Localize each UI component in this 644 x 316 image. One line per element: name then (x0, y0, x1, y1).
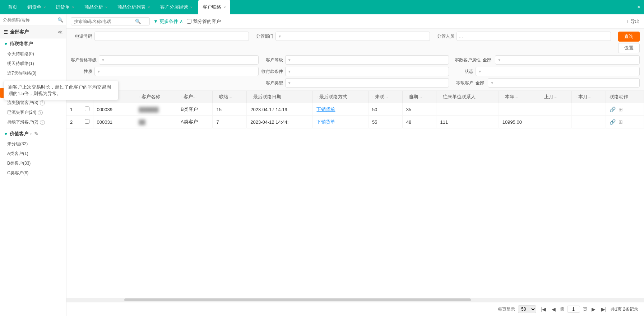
search-icon[interactable]: 🔍 (135, 19, 141, 24)
my-customers-checkbox[interactable] (187, 19, 191, 24)
col-customer-name[interactable]: 客户名称 (135, 91, 177, 103)
tab-product-analysis-list[interactable]: 商品分析列表 × (113, 0, 154, 14)
last-page-button[interactable]: ▶| (600, 306, 608, 313)
my-customers-toggle[interactable]: 我分管的客户 (187, 18, 221, 25)
sidebar-item-declining[interactable]: 持续下滑客户(2) ? (0, 117, 66, 127)
tab-product-analysis[interactable]: 商品分析 × (80, 0, 112, 14)
search-input[interactable] (74, 19, 135, 24)
col-overdue[interactable]: 逾期... (402, 91, 436, 103)
sidebar: 🔍 ☰ 全部客户 ≪ ▼ 待联络客户 今天待联络(0) 明天待联络(1) 近7天… (0, 14, 66, 316)
method-link-1[interactable]: 下销货单 (316, 107, 335, 112)
sidebar-item-tomorrow-contact[interactable]: 明天待联络(1) (0, 59, 66, 69)
settings-button[interactable]: 设置 (618, 43, 640, 53)
filter-scatter-attr-select[interactable]: ▼ (495, 55, 640, 65)
per-page-select[interactable]: 50 100 200 (518, 305, 536, 313)
prev-page-button[interactable]: ◀ (550, 306, 557, 313)
tab-sales-order[interactable]: 销货单 × (23, 0, 50, 14)
triangle-icon: ▼ (4, 41, 8, 47)
scatter-value: 全部 (476, 80, 484, 86)
row2-actions: 🔗 ⊞ (610, 119, 640, 125)
filter-payment-select[interactable]: ▼ (285, 67, 449, 76)
table-container: ⚙ 客户编码 客户名称 客户... 联络... 最后联络日期 最后联络方式 未联… (66, 91, 644, 298)
row1-checkbox[interactable] (85, 107, 89, 111)
window-close-button[interactable]: × (637, 4, 640, 10)
tab-customer-layered-close[interactable]: × (190, 5, 193, 9)
filter-phone-input[interactable] (94, 32, 249, 41)
col-this-month[interactable]: 本月... (572, 91, 606, 103)
sidebar-group-waiting[interactable]: ▼ 待联络客户 (0, 38, 66, 49)
sidebar-search-input[interactable] (3, 18, 57, 23)
col-last-contact-method[interactable]: 最后联络方式 (313, 91, 368, 103)
sidebar-item-today-contact[interactable]: 今天待联络(0) (0, 49, 66, 59)
col-customer-type[interactable]: 客户... (177, 91, 212, 103)
cell-method-2: 下销货单 (313, 116, 368, 128)
scatter-attr-arrow: ▼ (497, 58, 501, 62)
row2-link-icon[interactable]: 🔗 (610, 119, 616, 125)
tab-home[interactable]: 首页 (4, 0, 22, 14)
col-uncontact-days[interactable]: 未联... (368, 91, 402, 103)
filter-nature-select[interactable]: ▼ (94, 67, 259, 76)
col-contact-count[interactable]: 联络... (213, 91, 247, 103)
col-last-contact-date[interactable]: 最后联络日期 (247, 91, 313, 103)
col-company-contact[interactable]: 往来单位联系人 (436, 91, 499, 103)
sidebar-item-week-contact[interactable]: 近7天待联络(0) (0, 69, 66, 78)
more-conditions-btn[interactable]: ▼ 更多条件 ∧ (153, 18, 183, 25)
row2-checkbox[interactable] (85, 119, 89, 124)
filter-customer-type-select[interactable]: ▼ (285, 78, 449, 88)
tab-product-analysis-close[interactable]: × (105, 5, 107, 9)
col-this-year[interactable]: 本年... (499, 91, 538, 103)
per-page-label: 每页显示 (498, 306, 515, 312)
horizontal-scrollbar[interactable] (66, 298, 644, 302)
method-link-2[interactable]: 下销货单 (316, 119, 335, 124)
search-box: 🔍 (71, 17, 150, 25)
tab-home-label: 首页 (8, 4, 17, 10)
row1-actions: 🔗 ⊞ (610, 107, 640, 112)
export-button[interactable]: ↑ 导出 (627, 18, 640, 25)
filter-dept-select[interactable]: ▼ (275, 32, 430, 41)
tab-customer-contact-close[interactable]: × (223, 5, 226, 9)
filter-scatter-select[interactable]: ▼ (488, 78, 640, 88)
tab-purchase-close[interactable]: × (72, 5, 74, 9)
dept-arrow-icon: ▼ (278, 34, 282, 38)
sidebar-item-c-class[interactable]: C类客户(6) (0, 168, 66, 178)
sidebar-collapse-icon[interactable]: ≪ (57, 29, 62, 35)
group-waiting-label: 待联络客户 (10, 41, 33, 47)
row1-grid-icon[interactable]: ⊞ (618, 107, 623, 112)
filter-status-select[interactable]: ▼ (476, 67, 640, 76)
query-button[interactable]: 查询 (618, 32, 640, 42)
tab-sales-order-close[interactable]: × (43, 5, 46, 9)
first-page-button[interactable]: |◀ (539, 306, 547, 313)
sidebar-item-a-class[interactable]: A类客户(1) (0, 149, 66, 159)
table-row: 2 000031 ██ A类客户 7 2023-04-12 14:44: 下销货… (66, 116, 644, 128)
tab-purchase-order[interactable]: 进货单 × (51, 0, 78, 14)
row2-grid-icon[interactable]: ⊞ (618, 119, 623, 125)
cell-check-1 (81, 103, 93, 116)
next-page-button[interactable]: ▶ (590, 306, 597, 313)
tab-customer-layered[interactable]: 客户分层经营 × (156, 0, 197, 14)
filter-dept-label: 分管部门 (252, 33, 273, 39)
sidebar-item-b-class[interactable]: B类客户(33) (0, 159, 66, 168)
value-settings-icon[interactable]: ✎ (34, 131, 38, 137)
filter-level-label: 客户等级 (261, 57, 283, 63)
filter-person-select[interactable]: ... (457, 32, 611, 41)
top-nav: 首页 销货单 × 进货单 × 商品分析 × 商品分析列表 × 客户分层经营 × … (0, 0, 644, 14)
value-edit-icon[interactable]: ○ (30, 131, 33, 137)
tab-product-list-close[interactable]: × (148, 5, 150, 9)
tab-sales-order-label: 销货单 (27, 4, 41, 10)
sidebar-search-icon[interactable]: 🔍 (57, 17, 63, 23)
row1-link-icon[interactable]: 🔗 (610, 107, 616, 112)
tab-customer-contact[interactable]: 客户联络 × (198, 0, 230, 14)
more-conditions-label: 更多条件 (159, 18, 178, 25)
all-customers-label: 全部客户 (10, 29, 29, 35)
filter-level-select[interactable]: ▼ (285, 55, 449, 65)
page-label-before: 第 (560, 306, 564, 312)
col-last-month[interactable]: 上月... (538, 91, 572, 103)
cell-contact-1: 15 (213, 103, 247, 116)
filter-price-select[interactable]: ▼ (99, 55, 259, 65)
filter-cell-status: 状态 ▼ (452, 67, 640, 76)
sidebar-item-lost[interactable]: 已流失客户(24) ? (0, 108, 66, 117)
filter-customer-type-label: 客户类型 (261, 80, 283, 86)
page-number-input[interactable] (567, 306, 580, 313)
cell-uncontact-2: 55 (368, 116, 402, 128)
sidebar-item-ungrouped[interactable]: 未分组(32) (0, 139, 66, 149)
